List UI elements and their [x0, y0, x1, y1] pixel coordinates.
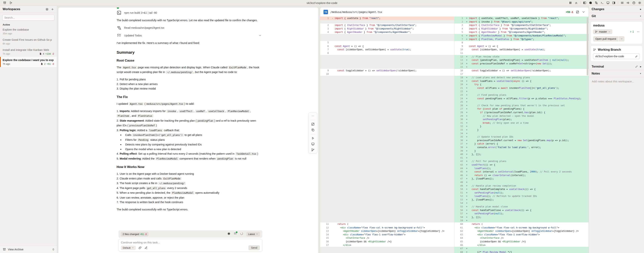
code-text [334, 111, 454, 114]
checklist-icon [116, 33, 122, 38]
diff-row: 1017 [320, 72, 588, 76]
code-text: import { useState } from "react"; [334, 16, 454, 20]
scrollbar-thumb[interactable] [587, 17, 588, 76]
run-icon[interactable] [311, 136, 315, 140]
inline-code: PlanReviewModal [171, 191, 194, 194]
list-item: 5. Modal rendering: Added the PlanReview… [116, 156, 262, 161]
code-text [469, 65, 588, 69]
settings-icon[interactable] [638, 1, 641, 4]
collapse-file-icon[interactable] [582, 10, 585, 14]
open-pull-request-button[interactable]: Open pull request [593, 36, 618, 42]
diff-sign: + [465, 118, 469, 121]
collapse-sidebar-icon[interactable] [10, 1, 13, 4]
tool-call-row[interactable]: Read medusa/src/pages/Agent.tsx [116, 25, 262, 30]
archive-icon[interactable] [3, 1, 6, 4]
diff-row: 48+ [320, 180, 588, 184]
section-terminal[interactable]: Terminal ▶ [589, 63, 644, 70]
tool-call-row[interactable]: Updated Todos [116, 33, 262, 38]
tool-call-row[interactable]: npm run build 2>&1 | tail -80 [116, 10, 262, 15]
toggle-right-panel-icon[interactable] [612, 1, 616, 4]
workspace-item[interactable]: Explore the codebase35m ago [0, 26, 57, 36]
branch-dropdown[interactable]: master [593, 29, 612, 34]
diff-row: 22+ [320, 90, 588, 93]
workspaces-title: Workspaces [3, 8, 20, 11]
files-changed-badge[interactable]: 2 files changed +61 -3 [121, 232, 148, 236]
diff-old-line [320, 184, 454, 188]
diff-new-line: 52+ loadPlans(); // Refresh to update tr… [454, 194, 588, 198]
line-number [320, 124, 330, 128]
dictate-icon[interactable] [144, 246, 148, 250]
diff-sign [330, 180, 334, 184]
code-text: setPendingPlan(plan); [469, 118, 588, 121]
workspace-item[interactable]: Explore the codebase I want you to exp7h… [0, 57, 57, 67]
attach-icon[interactable] [138, 246, 142, 250]
branch-icon[interactable] [311, 148, 315, 152]
mode-dropdown[interactable]: Default [121, 246, 136, 250]
send-button[interactable]: Send [248, 245, 260, 250]
diff-new-line: 27+ for (const plan of pendingPlans) { [454, 107, 588, 111]
toggle-left-panel-icon[interactable] [583, 1, 586, 4]
diff-sign: + [465, 111, 469, 114]
terminal-icon[interactable] [600, 1, 604, 4]
code-text [334, 83, 454, 86]
working-branch-input[interactable]: vk/3ccf-explore-the-code [593, 54, 640, 59]
workspaces-sidebar: Workspaces Search... Active Explore the … [0, 6, 57, 253]
line-number [320, 163, 330, 167]
diff-old-line [320, 80, 454, 83]
inline-code: useEffect [178, 110, 194, 113]
diff-new-line: 11 [454, 52, 588, 55]
inline-code: invoke [166, 110, 177, 113]
git-sync-icon[interactable] [594, 1, 598, 4]
workspace-item-time: 7h ago [3, 52, 10, 55]
drag-handle-icon[interactable] [311, 114, 315, 118]
expand-terminal-icon[interactable] [635, 65, 638, 68]
announcements-icon[interactable] [626, 1, 630, 4]
copy-icon[interactable] [311, 128, 315, 132]
actions-icon[interactable] [227, 232, 230, 235]
diff-row: 15+ [320, 65, 588, 69]
section-git[interactable]: Git ▼ [589, 13, 644, 20]
code-text [334, 97, 454, 100]
section-notes[interactable]: Notes ▼ [589, 70, 644, 77]
stack-view-icon[interactable] [46, 8, 49, 11]
diff-sign: + [465, 16, 469, 20]
diff-old-line: 8 [320, 52, 454, 55]
diff-sign: + [465, 198, 469, 202]
diff-sign [330, 160, 334, 163]
view-archive-button[interactable]: View Archive 0 [0, 246, 57, 253]
search-input[interactable]: Search... [2, 15, 54, 21]
collapse-all-icon[interactable] [574, 1, 578, 4]
diff-sign [330, 132, 334, 135]
notes-input[interactable]: Add notes about this workspace... [589, 77, 644, 86]
inline-code: ~/.medusa/pending/ [158, 182, 186, 185]
chat-bubble-icon[interactable] [589, 1, 592, 4]
version-dropdown[interactable]: Latest [246, 232, 260, 236]
diff-sign [330, 76, 334, 80]
line-number: 58 [454, 216, 465, 219]
message-input[interactable]: Continue working on this task... Default… [118, 239, 262, 252]
help-icon[interactable] [632, 1, 636, 4]
code-text [334, 135, 454, 139]
more-options-icon[interactable] [636, 30, 640, 34]
pause-icon[interactable] [569, 1, 572, 4]
additions-count: +61 [46, 62, 51, 65]
chevron-down-icon[interactable] [258, 34, 262, 37]
menu-icon[interactable] [620, 1, 624, 4]
workspace-item[interactable]: Install and integrate Vibe Kanban Web7h … [0, 47, 57, 57]
monitor-icon[interactable] [606, 1, 610, 4]
diff-view-icon[interactable] [311, 122, 315, 126]
diff-new-line: 32+ } [454, 124, 588, 128]
diff-old-line [320, 128, 454, 132]
code-text [334, 114, 454, 118]
code-text [334, 191, 454, 195]
new-workspace-icon[interactable] [51, 8, 54, 11]
preview-icon[interactable] [311, 142, 315, 146]
pull-request-dropdown[interactable] [619, 36, 624, 42]
line-number: 7 [320, 48, 330, 52]
edit-branch-icon[interactable] [635, 55, 638, 58]
deletions-count: -2 [52, 52, 54, 55]
diff-scrollbar[interactable] [587, 17, 588, 252]
diff-mode-icon[interactable] [576, 10, 579, 14]
section-changes[interactable]: Changes ▶ [589, 6, 644, 13]
workspace-item[interactable]: Create Good First Issues on Github So p6… [0, 36, 57, 47]
